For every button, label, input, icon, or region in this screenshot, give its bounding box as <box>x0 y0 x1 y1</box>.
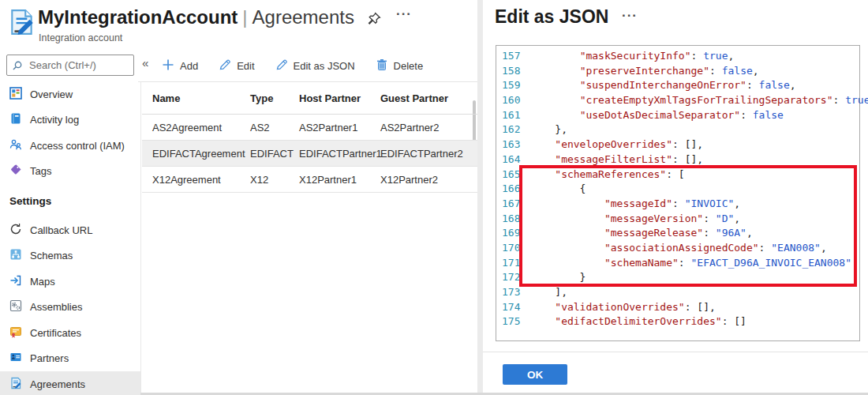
line-number: 173 <box>496 285 523 300</box>
sidebar-item-callback-url[interactable]: Callback URL <box>0 217 140 243</box>
page-title: MyIntegrationAccount|Agreements <box>38 6 354 28</box>
code-text: "createEmptyXmlTagsForTrailingSeparators… <box>523 93 868 108</box>
code-line-171: 171 "schemaName": "EFACT_D96A_INVOIC_EAN… <box>496 256 859 271</box>
code-text: "messageVersion": "D", <box>523 212 740 227</box>
sidebar-item-access-control-iam[interactable]: Access control (IAM) <box>0 133 140 159</box>
sidebar-item-certificates[interactable]: Certificates <box>0 320 140 346</box>
sidebar-item-schemas[interactable]: Schemas <box>0 243 140 269</box>
agreements-icon <box>9 377 22 392</box>
table-cell: EDIFACTPartner2 <box>380 148 477 160</box>
code-line-167: 167 "messageId": "INVOIC", <box>496 197 859 212</box>
toolbar-edit-button[interactable]: Edit <box>219 58 254 73</box>
line-number: 160 <box>496 93 523 108</box>
toolbar-delete-button[interactable]: Delete <box>376 58 424 73</box>
tags-icon <box>9 164 22 179</box>
code-text: "suspendInterchangeOnError": false, <box>523 78 796 93</box>
table-cell: EDIFACT <box>250 148 299 160</box>
sidebar-item-agreements[interactable]: Agreements <box>0 371 140 395</box>
resource-type-subtitle: Integration account <box>39 32 122 43</box>
line-number: 159 <box>496 78 523 93</box>
column-header-name: Name <box>152 92 250 104</box>
line-number: 174 <box>496 300 523 315</box>
sidebar-item-tags[interactable]: Tags <box>0 159 140 185</box>
schemas-icon <box>9 248 22 263</box>
pin-icon[interactable] <box>366 11 382 27</box>
sidebar-item-overview[interactable]: Overview <box>0 81 140 107</box>
search-icon <box>12 60 23 71</box>
account-name: MyIntegrationAccount <box>38 6 238 28</box>
toolbar-add-button[interactable]: Add <box>162 58 198 73</box>
sidebar-item-label: Assemblies <box>30 301 82 313</box>
title-separator: | <box>238 6 252 28</box>
code-text: "messageFilterList": [], <box>523 152 703 167</box>
toolbar-label: Edit as JSON <box>294 60 355 72</box>
code-line-164: 164 "messageFilterList": [], <box>496 152 859 167</box>
table-row-x12agreement[interactable]: X12AgreementX12X12Partner1X12Partner2 <box>142 167 477 193</box>
line-number: 172 <box>496 270 523 285</box>
code-text: "edifactDelimiterOverrides": [] <box>523 314 746 329</box>
footer-divider <box>483 352 868 352</box>
line-number: 171 <box>496 256 523 271</box>
ok-button[interactable]: OK <box>503 364 567 385</box>
column-header-host-partner: Host Partner <box>299 92 380 104</box>
code-text: "messageId": "INVOIC", <box>523 197 740 212</box>
sidebar-item-assemblies[interactable]: Assemblies <box>0 295 140 321</box>
toolbar-label: Edit <box>237 60 254 72</box>
table-cell: AS2Partner2 <box>380 122 477 134</box>
code-text: "preserveInterchange": false, <box>523 64 759 79</box>
code-line-165: 165 "schemaReferences": [ <box>496 167 859 182</box>
code-line-174: 174 "validationOverrides": [], <box>496 300 859 315</box>
table-cell: X12 <box>250 174 299 186</box>
line-number: 166 <box>496 182 523 197</box>
code-text: } <box>523 270 586 285</box>
panel-divider <box>477 0 483 393</box>
sidebar-item-maps[interactable]: Maps <box>0 269 140 295</box>
access-control-icon <box>9 138 22 153</box>
json-editor[interactable]: 157 "maskSecurityInfo": true,158 "preser… <box>496 45 860 341</box>
table-cell: AS2Partner1 <box>299 122 380 134</box>
code-text: "maskSecurityInfo": true, <box>523 49 734 64</box>
more-menu-icon[interactable]: ··· <box>396 6 412 22</box>
code-line-157: 157 "maskSecurityInfo": true, <box>496 49 859 64</box>
line-number: 161 <box>496 108 523 123</box>
table-cell: EDIFACTPartner1 <box>299 148 380 160</box>
table-cell: X12Partner1 <box>299 174 380 186</box>
toolbar-edit-as-json-button[interactable]: Edit as JSON <box>275 58 355 73</box>
code-line-159: 159 "suspendInterchangeOnError": false, <box>496 78 859 93</box>
sidebar-item-label: Overview <box>30 88 73 100</box>
code-line-173: 173 ], <box>496 285 859 300</box>
code-line-160: 160 "createEmptyXmlTagsForTrailingSepara… <box>496 93 859 108</box>
code-line-168: 168 "messageVersion": "D", <box>496 212 859 227</box>
pencil-icon <box>219 58 231 73</box>
code-text: "envelopeOverrides": [], <box>523 137 703 152</box>
line-number: 157 <box>496 49 523 64</box>
partners-icon <box>9 351 22 366</box>
code-text: { <box>523 182 586 197</box>
table-cell: X12Agreement <box>152 174 250 186</box>
assemblies-icon <box>9 299 22 314</box>
overview-icon <box>9 87 22 102</box>
table-row-edifactagreement[interactable]: EDIFACTAgreementEDIFACTEDIFACTPartner1ED… <box>142 141 477 167</box>
collapse-sidebar-button[interactable]: « <box>142 56 148 70</box>
panel-more-menu-icon[interactable]: ··· <box>622 8 638 24</box>
sidebar-item-activity-log[interactable]: Activity log <box>0 107 140 134</box>
search-input[interactable] <box>28 58 129 72</box>
line-number: 162 <box>496 122 523 137</box>
line-number: 164 <box>496 152 523 167</box>
panel-title: Edit as JSON <box>495 6 608 28</box>
line-number: 175 <box>496 314 523 329</box>
sidebar-search <box>6 55 134 76</box>
line-number: 163 <box>496 137 523 152</box>
code-text: "validationOverrides": [], <box>523 300 716 315</box>
line-number: 158 <box>496 64 523 79</box>
table-cell: AS2 <box>250 122 299 134</box>
sidebar-item-label: Schemas <box>30 250 73 261</box>
sidebar-item-partners[interactable]: Partners <box>0 346 140 372</box>
toolbar-label: Add <box>180 60 198 72</box>
table-header-row: NameTypeHost PartnerGuest Partner <box>142 82 477 115</box>
maps-icon <box>9 274 22 289</box>
table-row-as2agreement[interactable]: AS2AgreementAS2AS2Partner1AS2Partner2 <box>142 115 477 141</box>
code-line-162: 162 }, <box>496 122 859 137</box>
line-number: 165 <box>496 167 523 182</box>
code-line-175: 175 "edifactDelimiterOverrides": [] <box>496 314 859 329</box>
